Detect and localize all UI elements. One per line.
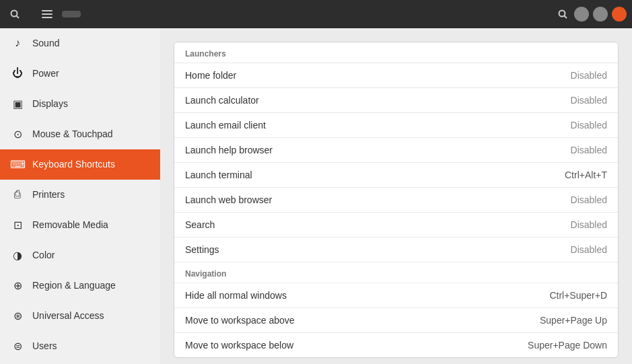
shortcut-row[interactable]: SearchDisabled [174, 212, 618, 237]
shortcut-key: Disabled [571, 194, 607, 205]
printers-icon: ⎙ [11, 188, 24, 201]
removable-media-icon: ⊡ [11, 218, 24, 231]
shortcut-key: Disabled [571, 70, 607, 81]
svg-rect-3 [42, 13, 52, 15]
svg-point-0 [11, 11, 17, 17]
svg-rect-4 [42, 17, 52, 18]
shortcut-name: Launch web browser [185, 194, 272, 205]
shortcut-name: Home folder [185, 70, 236, 81]
titlebar-search-button[interactable] [5, 5, 24, 24]
sidebar-item-label-universal-access: Universal Access [32, 310, 104, 321]
sidebar: ♪Sound⏻Power▣Displays⊙Mouse & Touchpad⌨K… [0, 28, 160, 364]
shortcut-row[interactable]: Move to workspace aboveSuper+Page Up [174, 307, 618, 332]
shortcut-key: Super+Page Up [540, 315, 607, 326]
shortcut-name: Search [185, 219, 215, 230]
titlebar-menu-button[interactable] [38, 5, 57, 24]
sidebar-item-label-users: Users [32, 340, 57, 351]
shortcut-key: Super+Page Down [528, 340, 607, 351]
region-language-icon: ⊕ [11, 279, 24, 292]
sidebar-item-default-applications[interactable]: ★Default Applications [0, 361, 160, 364]
shortcut-key: Disabled [571, 95, 607, 106]
sidebar-item-color[interactable]: ◑Color [0, 240, 160, 270]
shortcuts-panel: LaunchersHome folderDisabledLaunch calcu… [174, 42, 619, 358]
sidebar-item-region-language[interactable]: ⊕Region & Language [0, 270, 160, 301]
mouse-touchpad-icon: ⊙ [11, 127, 24, 141]
section-header-launchers: Launchers [174, 42, 618, 63]
users-icon: ⊜ [11, 339, 24, 353]
section-header-navigation: Navigation [174, 262, 618, 283]
shortcut-name: Launch help browser [185, 145, 273, 155]
svg-line-6 [565, 16, 567, 19]
shortcut-key: Ctrl+Alt+T [565, 170, 607, 180]
universal-access-icon: ⊛ [11, 309, 24, 322]
shortcut-key: Disabled [571, 120, 607, 131]
maximize-button[interactable] [593, 7, 608, 22]
shortcut-row[interactable]: Hide all normal windowsCtrl+Super+D [174, 283, 618, 307]
shortcut-row[interactable]: Launch email clientDisabled [174, 112, 618, 137]
shortcut-name: Launch email client [185, 120, 266, 131]
sidebar-item-keyboard-shortcuts[interactable]: ⌨Keyboard Shortcuts [0, 149, 160, 180]
shortcut-row[interactable]: Launch calculatorDisabled [174, 87, 618, 112]
displays-icon: ▣ [11, 97, 24, 110]
keyboard-shortcuts-icon: ⌨ [11, 157, 24, 171]
svg-line-1 [17, 16, 20, 19]
minimize-button[interactable] [574, 7, 589, 22]
sidebar-item-label-keyboard-shortcuts: Keyboard Shortcuts [32, 159, 115, 170]
shortcut-key: Ctrl+Super+D [549, 290, 607, 301]
main-layout: ♪Sound⏻Power▣Displays⊙Mouse & Touchpad⌨K… [0, 28, 632, 364]
shortcut-name: Move to workspace above [185, 315, 295, 326]
shortcut-row[interactable]: Launch web browserDisabled [174, 187, 618, 212]
sidebar-item-users[interactable]: ⊜Users [0, 331, 160, 361]
shortcut-name: Launch terminal [185, 170, 252, 180]
svg-point-5 [559, 11, 565, 17]
sidebar-item-power[interactable]: ⏻Power [0, 59, 160, 89]
sidebar-item-label-power: Power [32, 68, 59, 79]
shortcut-row[interactable]: SettingsDisabled [174, 237, 618, 262]
sidebar-item-sound[interactable]: ♪Sound [0, 28, 160, 59]
sound-icon: ♪ [11, 36, 24, 50]
content-area: LaunchersHome folderDisabledLaunch calcu… [160, 28, 632, 364]
shortcut-name: Hide all normal windows [185, 290, 287, 301]
shortcut-name: Launch calculator [185, 95, 259, 106]
reset-all-button[interactable] [62, 11, 81, 17]
shortcut-name: Settings [185, 244, 219, 255]
power-icon: ⏻ [11, 67, 24, 80]
sidebar-item-mouse-touchpad[interactable]: ⊙Mouse & Touchpad [0, 119, 160, 149]
sidebar-item-removable-media[interactable]: ⊡Removable Media [0, 210, 160, 240]
sidebar-item-label-region-language: Region & Language [32, 280, 116, 291]
sidebar-item-displays[interactable]: ▣Displays [0, 89, 160, 119]
shortcut-name: Move to workspace below [185, 340, 293, 351]
shortcut-row[interactable]: Launch help browserDisabled [174, 137, 618, 162]
shortcut-key: Disabled [571, 145, 607, 155]
titlebar-search-right-button[interactable] [555, 7, 570, 22]
shortcut-key: Disabled [571, 244, 607, 255]
sidebar-item-universal-access[interactable]: ⊛Universal Access [0, 301, 160, 331]
shortcut-key: Disabled [571, 219, 607, 230]
sidebar-item-printers[interactable]: ⎙Printers [0, 180, 160, 210]
sidebar-item-label-sound: Sound [32, 38, 59, 48]
sidebar-item-label-displays: Displays [32, 98, 68, 109]
color-icon: ◑ [11, 248, 24, 262]
shortcut-row[interactable]: Home folderDisabled [174, 63, 618, 87]
sidebar-item-label-mouse-touchpad: Mouse & Touchpad [32, 129, 113, 139]
shortcut-row[interactable]: Launch terminalCtrl+Alt+T [174, 162, 618, 187]
titlebar [0, 0, 632, 28]
sidebar-item-label-removable-media: Removable Media [32, 219, 108, 230]
sidebar-item-label-color: Color [32, 250, 55, 260]
window-controls [555, 7, 627, 22]
svg-rect-2 [42, 10, 52, 11]
shortcut-row[interactable]: Move to workspace belowSuper+Page Down [174, 332, 618, 357]
sidebar-item-label-printers: Printers [32, 189, 65, 200]
close-button[interactable] [612, 7, 627, 22]
